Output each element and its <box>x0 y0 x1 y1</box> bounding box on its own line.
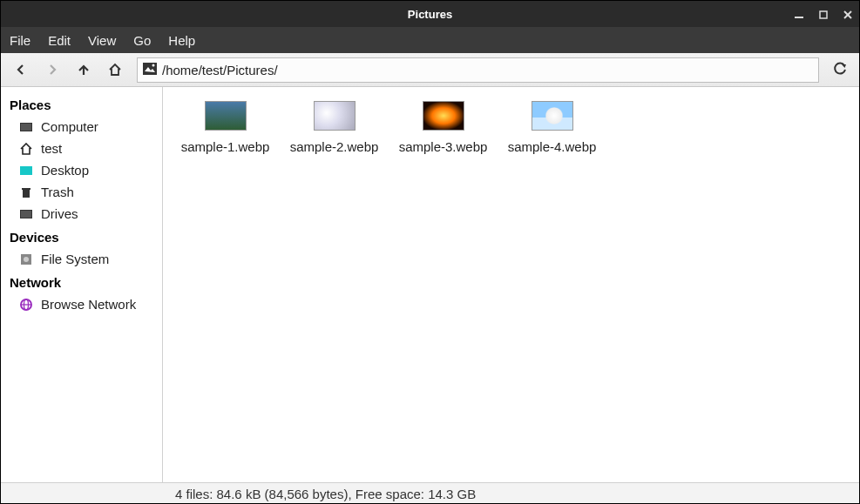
refresh-button[interactable] <box>826 57 854 83</box>
sidebar-item-label: Drives <box>41 206 78 221</box>
sidebar-header-places: Places <box>1 92 162 116</box>
svg-point-16 <box>24 257 29 262</box>
svg-rect-4 <box>143 63 157 75</box>
svg-rect-14 <box>21 211 31 218</box>
svg-rect-11 <box>23 190 30 198</box>
menu-go[interactable]: Go <box>133 33 151 48</box>
file-item[interactable]: sample-1.webp <box>175 99 275 154</box>
sidebar-item-file-system[interactable]: File System <box>1 248 162 270</box>
disk-icon <box>18 252 34 266</box>
sidebar-item-desktop[interactable]: Desktop <box>1 159 162 181</box>
sidebar-item-trash[interactable]: Trash <box>1 181 162 203</box>
statusbar: 4 files: 84.6 kB (84,566 bytes), Free sp… <box>1 482 859 504</box>
trash-icon <box>18 185 34 199</box>
path-field[interactable]: /home/test/Pictures/ <box>137 57 819 83</box>
file-label: sample-4.webp <box>508 139 597 154</box>
svg-marker-7 <box>842 64 846 68</box>
forward-button[interactable] <box>37 57 67 83</box>
svg-rect-9 <box>21 124 31 131</box>
window-title: Pictures <box>408 8 452 21</box>
window-controls <box>795 7 852 22</box>
file-item[interactable]: sample-2.webp <box>284 99 384 154</box>
file-label: sample-2.webp <box>290 139 379 154</box>
maximize-button[interactable] <box>819 7 828 22</box>
file-thumbnail <box>205 101 247 131</box>
sidebar-item-drives[interactable]: Drives <box>1 203 162 225</box>
sidebar-item-browse-network[interactable]: Browse Network <box>1 293 162 315</box>
sidebar-item-computer[interactable]: Computer <box>1 116 162 138</box>
computer-icon <box>18 120 34 134</box>
file-label: sample-3.webp <box>399 139 488 154</box>
file-item[interactable]: sample-4.webp <box>502 99 602 154</box>
sidebar-header-network: Network <box>1 270 162 293</box>
svg-rect-1 <box>820 11 827 18</box>
home-icon <box>18 142 34 156</box>
up-button[interactable] <box>69 57 98 83</box>
sidebar: Places Computer test Desktop Trash Drive… <box>1 87 163 482</box>
menu-help[interactable]: Help <box>168 33 195 48</box>
status-text: 4 files: 84.6 kB (84,566 bytes), Free sp… <box>175 487 476 501</box>
back-button[interactable] <box>6 57 36 83</box>
file-thumbnail <box>314 101 356 131</box>
sidebar-header-devices: Devices <box>1 225 162 248</box>
main-area: Places Computer test Desktop Trash Drive… <box>1 87 859 482</box>
titlebar: Pictures <box>1 1 859 27</box>
svg-rect-12 <box>22 188 30 190</box>
desktop-icon <box>18 164 34 178</box>
file-thumbnail <box>423 101 464 131</box>
file-item[interactable]: sample-3.webp <box>393 99 493 154</box>
menu-file[interactable]: File <box>10 33 30 48</box>
home-button[interactable] <box>100 57 130 83</box>
sidebar-item-label: Desktop <box>41 163 89 178</box>
file-view[interactable]: sample-1.webp sample-2.webp sample-3.web… <box>163 87 859 482</box>
menu-edit[interactable]: Edit <box>48 33 71 48</box>
sidebar-item-label: File System <box>41 252 109 266</box>
svg-rect-10 <box>20 166 32 175</box>
sidebar-item-label: test <box>41 141 62 156</box>
sidebar-item-test[interactable]: test <box>1 138 162 159</box>
path-text: /home/test/Pictures/ <box>162 63 278 77</box>
menu-view[interactable]: View <box>88 33 116 48</box>
minimize-button[interactable] <box>795 7 803 22</box>
drives-icon <box>18 207 34 221</box>
toolbar: /home/test/Pictures/ <box>1 53 859 87</box>
folder-image-icon <box>143 63 157 77</box>
svg-point-6 <box>152 64 155 66</box>
sidebar-item-label: Trash <box>41 185 74 199</box>
sidebar-item-label: Browse Network <box>41 297 136 312</box>
sidebar-item-label: Computer <box>41 119 98 134</box>
file-label: sample-1.webp <box>181 139 270 154</box>
file-thumbnail <box>532 101 573 131</box>
close-button[interactable] <box>843 7 852 22</box>
globe-icon <box>18 298 34 312</box>
menubar: File Edit View Go Help <box>1 27 859 53</box>
